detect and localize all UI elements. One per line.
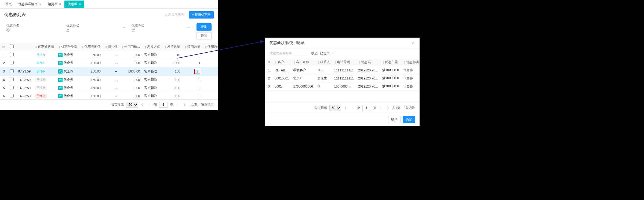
row-checkbox[interactable] — [10, 69, 14, 73]
column-header[interactable]: ▲▼领用数量 — [182, 43, 202, 51]
table-row[interactable]: 4 14 23:59 已过期 代代金券 150.00 -- 0.00 客户领取 … — [0, 76, 218, 84]
modal-status-select[interactable]: 状态 已使用 ﹀ — [311, 51, 334, 56]
column-header[interactable]: ▲▼电话号码 — [332, 58, 356, 66]
coupon-type: 代代金券 — [58, 53, 73, 57]
coupon-name-input[interactable] — [22, 25, 60, 31]
row-checkbox[interactable] — [10, 94, 14, 97]
modal-status-label: 状态 — [311, 51, 318, 56]
gear-icon[interactable]: ⚙ — [267, 60, 270, 64]
per-page-label: 每页显示 — [111, 103, 124, 107]
column-header[interactable]: ▲▼发行数量 — [162, 43, 182, 51]
column-header[interactable]: ⚙ — [265, 58, 272, 66]
table-row[interactable]: 3 0001 17666666666 张 156 6666 ... 201912… — [265, 82, 419, 90]
tab[interactable]: 首页 — [2, 1, 15, 8]
pager: 每页显示 50 ⟪ 〈 第 页 〉 ⟫ 共1页，49条记录 — [0, 99, 218, 110]
table-row[interactable]: 3 07 23:59 执行中 代代金券 200.00 -- 1000.00 客户… — [0, 67, 218, 76]
column-header[interactable]: ▲▼折扣% — [103, 43, 119, 51]
status-badge: 执行中 — [35, 69, 47, 74]
row-checkbox[interactable] — [10, 86, 14, 89]
table-row[interactable]: 5 14 23:59 已过期 代代金券 150.00 -- 0.00 客户领取 … — [0, 84, 218, 92]
coupon-table-wrap[interactable]: ⚙▲▼优惠券状态▲▼优惠券类型▲▼优惠券面值▲▼折扣%▲▼使用门槛...▲▼发放… — [0, 43, 218, 99]
column-header[interactable]: ▲▼优惠券类 — [401, 58, 419, 66]
coupon-table: ⚙▲▼优惠券状态▲▼优惠券类型▲▼优惠券面值▲▼折扣%▲▼使用门槛...▲▼发放… — [0, 43, 218, 99]
row-checkbox[interactable] — [10, 61, 14, 64]
table-row[interactable]: 1 待执行 代代金券 50.00 -- 0.00 客户领取 10 0 0 ↗▦ — [0, 51, 218, 59]
close-icon[interactable]: ✕ — [412, 41, 415, 45]
column-header[interactable]: ▲▼联系人 — [315, 58, 332, 66]
column-header[interactable]: ▲▼使用门槛... — [119, 43, 142, 51]
filter-name-label: 优惠券名称 — [6, 23, 20, 32]
status-badge: 已终止 — [35, 94, 47, 98]
column-header[interactable]: ▲▼使用数量 — [202, 43, 218, 51]
filter-type-label: 优惠券类型 — [132, 23, 147, 32]
last-page-icon[interactable]: ⟫ — [386, 106, 390, 110]
next-page-icon[interactable]: 〉 — [175, 103, 181, 107]
filters: 优惠券名称 优惠券状态 ﹀ 优惠券类型 ﹀ 查询 设置 — [0, 21, 218, 43]
chevron-down-icon: ﹀ — [187, 26, 190, 30]
confirm-button[interactable]: 确定 — [403, 116, 415, 123]
tab[interactable]: 销货单✕ — [45, 1, 64, 8]
row-checkbox[interactable] — [10, 53, 14, 56]
setting-button[interactable]: 设置 — [197, 32, 212, 39]
coupon-status-select[interactable]: ﹀ — [84, 25, 125, 31]
tab-label: 首页 — [5, 2, 12, 6]
table-row[interactable]: 2 00010001 北京1 唐先生 11111111111 2019120 7… — [265, 74, 419, 82]
table-row[interactable]: 2 执行中 代代金券 100.00 -- 0.00 客户领取 1000 1 0 … — [0, 59, 218, 67]
tab[interactable]: 优惠券详情页✕ — [15, 1, 45, 8]
coupon-type-select[interactable]: ﹀ — [149, 25, 190, 31]
pager-summary: 共1页，49条记录 — [189, 103, 214, 107]
column-header[interactable] — [16, 43, 33, 51]
column-header[interactable]: ⚙ — [0, 43, 8, 51]
modal-page-input[interactable] — [362, 105, 371, 111]
modal-search-input[interactable] — [270, 51, 310, 55]
tab-label: 优惠券 — [68, 2, 77, 6]
last-page-icon[interactable]: ⟫ — [183, 103, 187, 107]
per-page-select[interactable]: 50 — [126, 102, 138, 108]
gear-icon[interactable]: ⚙ — [2, 45, 5, 49]
prev-page-icon[interactable]: 〈 — [350, 106, 355, 110]
add-coupon-button[interactable]: + 新增优惠券 — [189, 11, 214, 19]
coupon-type: 代代金券 — [58, 69, 73, 74]
voucher-icon: 代 — [58, 78, 63, 82]
column-header[interactable]: ▲▼优惠券类型 — [56, 43, 79, 51]
prev-page-icon[interactable]: 〈 — [146, 103, 152, 107]
page-input[interactable] — [159, 102, 168, 108]
issue-coupon-button[interactable]: ⎘ 发放优惠券 — [162, 12, 187, 18]
claimed-count-link[interactable]: 3 — [194, 69, 200, 74]
voucher-icon: 代 — [58, 69, 63, 74]
column-header[interactable]: ▲▼优惠券面值 — [79, 43, 103, 51]
select-all-checkbox[interactable] — [10, 45, 14, 48]
table-row[interactable]: 6 14 23:59 已终止 代代金券 150.00 -- 0.00 客户领取 … — [0, 92, 218, 100]
close-icon[interactable]: ✕ — [39, 3, 41, 6]
coupon-type: 代代金券 — [58, 61, 73, 65]
tab-label: 优惠券详情页 — [18, 2, 38, 6]
first-page-icon[interactable]: ⟪ — [140, 103, 144, 107]
coupon-type: 代代金券 — [58, 86, 73, 90]
table-row[interactable]: 1 RETAIL... 零散客户 张三 11111111111 2019120 … — [265, 66, 419, 74]
modal-title: 优惠券领用/使用记录 — [270, 41, 304, 45]
column-header[interactable] — [8, 43, 16, 51]
usage-table: ⚙▲▼客户...▲▼客户名称▲▼联系人▲▼电话号码▲▼优惠码▲▼优惠主题▲▼优惠… — [265, 58, 419, 90]
modal-search-box[interactable]: ⌕ — [270, 51, 307, 55]
page-tabs: 首页优惠券详情页✕销货单✕优惠券✕ — [0, 0, 218, 9]
search-button[interactable]: 查询 — [197, 23, 212, 31]
close-icon[interactable]: ✕ — [79, 3, 81, 6]
column-header[interactable]: ▲▼优惠码 — [356, 58, 380, 66]
modal-pager-summary: 共1页，3条记录 — [392, 106, 415, 110]
column-header[interactable]: ▲▼优惠券状态 — [33, 43, 56, 51]
column-header[interactable]: ▲▼客户... — [272, 58, 291, 66]
chevron-down-icon: ﹀ — [332, 52, 334, 55]
coupon-type: 代代金券 — [58, 78, 73, 82]
close-icon[interactable]: ✕ — [59, 3, 61, 6]
column-header[interactable]: ▲▼客户名称 — [291, 58, 315, 66]
first-page-icon[interactable]: ⟪ — [343, 106, 347, 110]
modal-per-page-select[interactable]: 50 — [329, 105, 341, 111]
modal-status-value: 已使用 — [320, 51, 330, 56]
column-header[interactable]: ▲▼发放方式 — [142, 43, 162, 51]
tab[interactable]: 优惠券✕ — [64, 1, 84, 8]
column-header[interactable]: ▲▼优惠主题 — [380, 58, 401, 66]
row-checkbox[interactable] — [10, 78, 14, 81]
chevron-down-icon: ﹀ — [122, 26, 125, 30]
next-page-icon[interactable]: 〉 — [379, 106, 384, 110]
cancel-button[interactable]: 取消 — [388, 116, 401, 123]
